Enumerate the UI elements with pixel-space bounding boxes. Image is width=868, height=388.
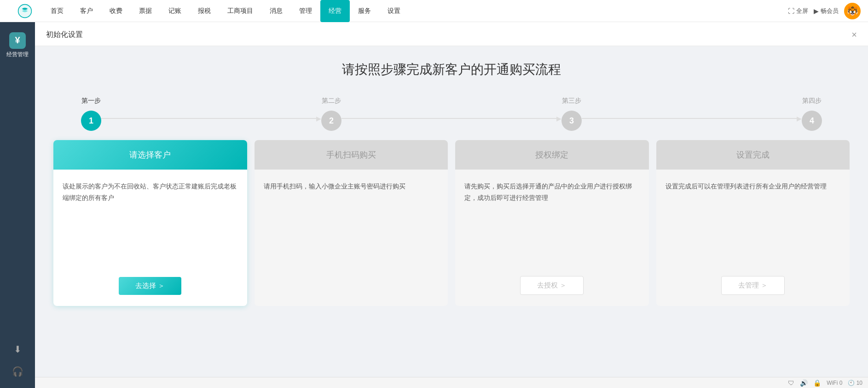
flow-title: 请按照步骤完成新客户的开通购买流程 bbox=[53, 61, 850, 78]
arrow-3: ▶ bbox=[797, 115, 802, 122]
nav-accounting[interactable]: 记账 bbox=[160, 0, 190, 22]
status-bar-right: 🛡 🔊 🔒 WiFi 0 🕙 10 bbox=[788, 379, 862, 387]
nav-invoice[interactable]: 票据 bbox=[131, 0, 160, 22]
page-header: 初始化设置 × bbox=[35, 22, 868, 46]
step-3-wrapper: 第三步 3 bbox=[561, 97, 582, 131]
headset-icon: 🎧 bbox=[12, 366, 23, 377]
fullscreen-label: 全屏 bbox=[796, 7, 808, 15]
card-3-body: 请先购买，购买后选择开通的产品中的企业用户进行授权绑定，成功后即可进行经营管理 bbox=[455, 170, 649, 269]
step-4-wrapper: 第四步 4 bbox=[802, 97, 822, 131]
main-content: 初始化设置 × 请按照步骤完成新客户的开通购买流程 第一步 1 ▶ 第二步 bbox=[35, 22, 868, 377]
nav-settings[interactable]: 设置 bbox=[379, 0, 409, 22]
nav-charge[interactable]: 收费 bbox=[101, 0, 131, 22]
step-1-circle: 1 bbox=[81, 111, 101, 131]
card-4-footer: 去管理 ＞ bbox=[656, 269, 850, 306]
step-2-wrapper: 第二步 2 bbox=[321, 97, 341, 131]
card-4-header: 设置完成 bbox=[656, 140, 850, 170]
go-manage-button[interactable]: 去管理 ＞ bbox=[721, 276, 785, 295]
nav-service[interactable]: 服务 bbox=[350, 0, 379, 22]
step-card-4: 设置完成 设置完成后可以在管理列表进行所有企业用户的经营管理 去管理 ＞ bbox=[656, 140, 850, 306]
step-4-label: 第四步 bbox=[802, 97, 822, 105]
go-auth-button[interactable]: 去授权 ＞ bbox=[520, 276, 584, 295]
operation-icon: ¥ bbox=[9, 32, 26, 49]
card-3-title: 授权绑定 bbox=[535, 150, 568, 159]
sidebar-bottom: ⬇ 🎧 bbox=[8, 340, 27, 381]
connector-line-2 bbox=[341, 118, 557, 119]
step-1-label: 第一步 bbox=[81, 97, 101, 105]
connector-2-3: ▶ bbox=[341, 115, 561, 122]
user-avatar[interactable]: 🐯 bbox=[844, 3, 861, 19]
download-btn[interactable]: ⬇ bbox=[8, 340, 27, 359]
download-icon: ⬇ bbox=[14, 344, 22, 355]
wifi-status-icon: WiFi 0 bbox=[827, 380, 842, 386]
sidebar: ¥ 经营管理 ⬇ 🎧 bbox=[0, 22, 35, 388]
card-2-body: 请用手机扫码，输入小微企业主账号密码进行购买 bbox=[255, 170, 448, 288]
card-3-header: 授权绑定 bbox=[455, 140, 649, 170]
step-2-label: 第二步 bbox=[322, 97, 341, 105]
card-3-footer: 去授权 ＞ bbox=[455, 269, 649, 306]
page-title: 初始化设置 bbox=[46, 30, 83, 40]
arrow-1: ▶ bbox=[316, 115, 321, 122]
nav-customer[interactable]: 客户 bbox=[72, 0, 101, 22]
card-4-body: 设置完成后可以在管理列表进行所有企业用户的经营管理 bbox=[656, 170, 850, 269]
card-1-footer: 去选择 ＞ bbox=[53, 270, 247, 306]
card-2-header: 手机扫码购买 bbox=[255, 140, 448, 170]
step-card-2: 手机扫码购买 请用手机扫码，输入小微企业主账号密码进行购买 bbox=[255, 140, 448, 306]
content-area: 请按照步骤完成新客户的开通购买流程 第一步 1 ▶ 第二步 2 bbox=[35, 46, 868, 321]
nav-right: ⛶ 全屏 ▶ 畅会员 🐯 bbox=[788, 3, 861, 19]
card-1-header: 请选择客户 bbox=[53, 140, 247, 170]
sidebar-item-operation[interactable]: ¥ 经营管理 bbox=[0, 28, 35, 63]
member-label: 畅会员 bbox=[821, 7, 839, 15]
steps-indicator: 第一步 1 ▶ 第二步 2 ▶ bbox=[53, 97, 850, 131]
clock-status-icon: 🕙 10 bbox=[848, 380, 862, 386]
nav-manage[interactable]: 管理 bbox=[291, 0, 320, 22]
nav-logo bbox=[7, 4, 42, 18]
nav-operation[interactable]: 经营 bbox=[320, 0, 350, 22]
play-icon: ▶ bbox=[814, 7, 819, 15]
member-btn[interactable]: ▶ 畅会员 bbox=[814, 7, 839, 15]
connector-line-1 bbox=[101, 118, 317, 119]
status-bar: ▶ 完成 🛡 🔊 🔒 WiFi 0 🕙 10 bbox=[0, 377, 868, 388]
connector-line-3 bbox=[582, 118, 798, 119]
fullscreen-icon: ⛶ bbox=[788, 7, 794, 15]
step-3-label: 第三步 bbox=[562, 97, 581, 105]
go-select-button[interactable]: 去选择 ＞ bbox=[119, 277, 181, 295]
arrow-2: ▶ bbox=[556, 115, 561, 122]
nav-message[interactable]: 消息 bbox=[261, 0, 291, 22]
step-1-wrapper: 第一步 1 bbox=[81, 97, 101, 131]
lock-status-icon: 🔒 bbox=[813, 379, 821, 387]
step-3-circle: 3 bbox=[561, 111, 582, 131]
card-2-footer bbox=[255, 288, 448, 306]
yen-icon: ¥ bbox=[15, 35, 20, 46]
nav-items: 首页 客户 收费 票据 记账 报税 工商项目 消息 管理 经营 服务 设置 bbox=[42, 0, 788, 22]
connector-1-2: ▶ bbox=[101, 115, 321, 122]
cards-row: 请选择客户 该处展示的客户为不在回收站、客户状态正常建账后完成老板端绑定的所有客… bbox=[53, 140, 850, 306]
card-1-title: 请选择客户 bbox=[129, 150, 171, 159]
step-4-circle: 4 bbox=[802, 111, 822, 131]
close-button[interactable]: × bbox=[851, 29, 857, 40]
fullscreen-btn[interactable]: ⛶ 全屏 bbox=[788, 7, 808, 15]
headset-btn[interactable]: 🎧 bbox=[8, 362, 27, 381]
sidebar-item-label: 经营管理 bbox=[6, 51, 29, 59]
connector-3-4: ▶ bbox=[582, 115, 802, 122]
nav-business[interactable]: 工商项目 bbox=[219, 0, 261, 22]
card-2-title: 手机扫码购买 bbox=[326, 150, 376, 159]
step-card-3: 授权绑定 请先购买，购买后选择开通的产品中的企业用户进行授权绑定，成功后即可进行… bbox=[455, 140, 649, 306]
card-1-body: 该处展示的客户为不在回收站、客户状态正常建账后完成老板端绑定的所有客户 bbox=[53, 170, 247, 270]
nav-tax[interactable]: 报税 bbox=[190, 0, 219, 22]
card-4-title: 设置完成 bbox=[736, 150, 770, 159]
step-card-1: 请选择客户 该处展示的客户为不在回收站、客户状态正常建账后完成老板端绑定的所有客… bbox=[53, 140, 247, 306]
volume-status-icon: 🔊 bbox=[800, 379, 808, 387]
shield-status-icon: 🛡 bbox=[788, 379, 794, 387]
nav-home[interactable]: 首页 bbox=[42, 0, 72, 22]
step-2-circle: 2 bbox=[321, 111, 341, 131]
top-nav: 首页 客户 收费 票据 记账 报税 工商项目 消息 管理 经营 服务 设置 ⛶ … bbox=[0, 0, 868, 22]
